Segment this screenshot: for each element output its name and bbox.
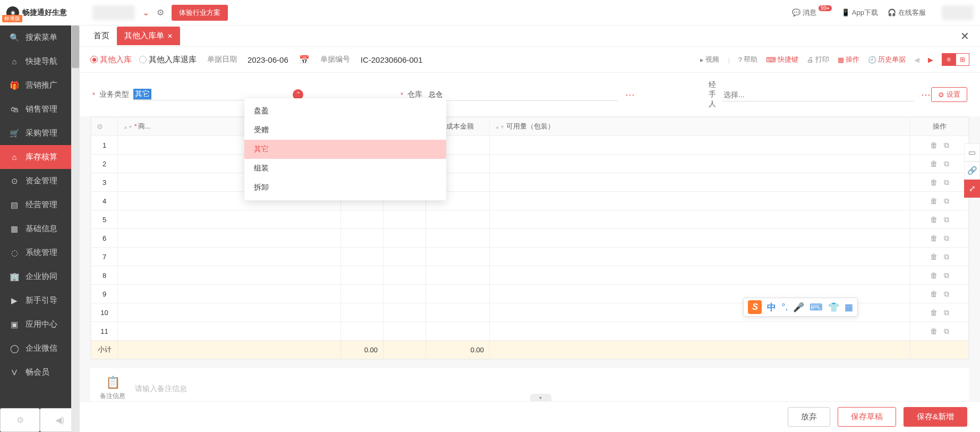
float-link-icon[interactable]: 🔗 (964, 162, 980, 180)
row-copy-icon[interactable]: ⧉ (944, 215, 949, 224)
sidebar-item-7[interactable]: ▤经营管理 (0, 193, 80, 217)
sidebar-item-10[interactable]: 🏢企业协同 (0, 265, 80, 289)
float-expand-icon[interactable]: ⤢ (964, 180, 980, 198)
sidebar-item-6[interactable]: ⊙资金管理 (0, 169, 80, 193)
row-delete-icon[interactable]: 🗑 (930, 290, 938, 298)
table-row[interactable]: 8🗑⧉ (91, 266, 969, 285)
ime-mic-icon[interactable]: 🎤 (793, 302, 804, 313)
table-row[interactable]: 4🗑⧉ (91, 192, 969, 210)
row-delete-icon[interactable]: 🗑 (930, 252, 938, 261)
app-download-link[interactable]: 📱 App下载 (841, 8, 878, 18)
sidebar-item-13[interactable]: ◯企业微信 (0, 336, 80, 360)
row-copy-icon[interactable]: ⧉ (944, 290, 949, 298)
ime-toolbar[interactable]: S 中 °, 🎤 ⌨ 👕 ▦ (743, 298, 858, 317)
print-link[interactable]: 🖨打印 (807, 55, 829, 64)
sidebar-scroll-thumb[interactable] (72, 26, 79, 68)
row-delete-icon[interactable]: 🗑 (930, 308, 938, 317)
table-row[interactable]: 6🗑⧉ (91, 229, 969, 248)
row-copy-icon[interactable]: ⧉ (944, 234, 949, 242)
sidebar-item-12[interactable]: ▣应用中心 (0, 312, 80, 336)
row-copy-icon[interactable]: ⧉ (944, 141, 949, 149)
sidebar-scrollbar[interactable] (71, 26, 80, 432)
row-copy-icon[interactable]: ⧉ (944, 197, 949, 205)
tab-other-inbound[interactable]: 其他入库单 ✕ (117, 27, 180, 45)
sidebar-settings-button[interactable]: ⚙ (0, 408, 40, 432)
row-delete-icon[interactable]: 🗑 (930, 178, 938, 187)
dropdown-option[interactable]: 盘盈 (244, 101, 446, 121)
row-copy-icon[interactable]: ⧉ (944, 271, 949, 279)
row-delete-icon[interactable]: 🗑 (930, 159, 938, 168)
sidebar-item-4[interactable]: 🛒采购管理 (0, 121, 80, 145)
row-copy-icon[interactable]: ⧉ (944, 252, 949, 261)
user-avatar-blurred[interactable] (942, 5, 974, 20)
video-link[interactable]: ▸视频 (700, 55, 719, 64)
row-copy-icon[interactable]: ⧉ (944, 327, 949, 335)
ime-lang-toggle[interactable]: 中 (767, 301, 776, 314)
promo-button[interactable]: 体验行业方案 (172, 5, 228, 21)
field-settings-button[interactable]: ⚙ 设置 (931, 87, 967, 102)
help-link[interactable]: ?帮助 (738, 55, 757, 64)
row-copy-icon[interactable]: ⧉ (944, 159, 949, 168)
messages-link[interactable]: 💬 消息 99+ (792, 8, 832, 18)
sidebar-item-9[interactable]: ◌系统管理 (0, 241, 80, 265)
table-row[interactable]: 5🗑⧉ (91, 210, 969, 229)
row-delete-icon[interactable]: 🗑 (930, 327, 938, 335)
dropdown-option[interactable]: 受赠 (244, 121, 446, 140)
sidebar-item-1[interactable]: ⌂快捷导航 (0, 49, 80, 73)
sidebar-item-0[interactable]: 🔍搜索菜单 (0, 26, 80, 49)
warehouse-more-icon[interactable]: ⋯ (625, 89, 635, 100)
next-doc-icon[interactable]: ▶ (928, 56, 933, 64)
table-row[interactable]: 3🗑⧉ (91, 173, 969, 192)
sidebar-item-11[interactable]: ▶新手引导 (0, 289, 80, 312)
row-delete-icon[interactable]: 🗑 (930, 197, 938, 205)
sidebar-item-5[interactable]: ⌂库存核算 (0, 145, 80, 169)
save-draft-button[interactable]: 保存草稿 (838, 407, 896, 427)
discard-button[interactable]: 放弃 (788, 407, 830, 427)
settings-gear-icon[interactable]: ⚙ (157, 7, 164, 18)
table-row[interactable]: 2🗑⧉ (91, 155, 969, 173)
biztype-input[interactable]: 其它 (133, 89, 151, 100)
sort-icon[interactable]: ▲▼ (123, 125, 133, 129)
sort-icon[interactable]: ▲▼ (495, 125, 505, 129)
sidebar-item-8[interactable]: ▦基础信息 (0, 217, 80, 241)
radio-other-inbound[interactable]: 其他入库 (90, 55, 132, 65)
sidebar-item-3[interactable]: 🛍销售管理 (0, 97, 80, 121)
history-link[interactable]: 🕘历史单据 (868, 55, 906, 64)
dropdown-option[interactable]: 其它 (244, 140, 446, 159)
handler-more-icon[interactable]: ⋯ (921, 89, 931, 100)
table-row[interactable]: 1🗑⧉ (91, 136, 969, 155)
ime-punct-icon[interactable]: °, (781, 302, 788, 312)
float-panel-icon[interactable]: ▭ (964, 143, 980, 162)
expand-down-handle[interactable]: ▾ (530, 394, 551, 401)
view-list-icon[interactable]: ≡ (942, 53, 956, 66)
view-card-icon[interactable]: ⊞ (956, 53, 969, 66)
org-caret-icon[interactable]: ⌄ (142, 7, 149, 18)
dropdown-option[interactable]: 组装 (244, 159, 446, 178)
table-row[interactable]: 7🗑⧉ (91, 248, 969, 266)
org-selector-blurred[interactable] (92, 5, 135, 20)
calendar-icon[interactable]: 📅 (299, 55, 310, 65)
row-delete-icon[interactable]: 🗑 (930, 271, 938, 279)
prev-doc-icon[interactable]: ◀ (914, 56, 919, 64)
radio-other-inbound-return[interactable]: 其他入库退库 (139, 55, 197, 65)
ops-link[interactable]: ▦操作 (838, 55, 859, 64)
doc-date-value[interactable]: 2023-06-06 (248, 55, 288, 64)
tab-close-icon[interactable]: ✕ (167, 32, 173, 40)
handler-input[interactable] (722, 88, 903, 101)
remark-input[interactable] (135, 384, 960, 393)
tab-home[interactable]: 首页 (86, 27, 117, 45)
save-and-new-button[interactable]: 保存&新增 (904, 407, 967, 427)
row-copy-icon[interactable]: ⧉ (944, 308, 949, 317)
row-copy-icon[interactable]: ⧉ (944, 178, 949, 187)
ime-keyboard-icon[interactable]: ⌨ (809, 302, 823, 313)
row-delete-icon[interactable]: 🗑 (930, 234, 938, 242)
close-all-tabs-icon[interactable]: ✕ (956, 30, 974, 43)
shortcut-link[interactable]: ⌨快捷键 (766, 55, 798, 64)
sidebar-item-14[interactable]: V畅会员 (0, 360, 80, 384)
table-config-icon[interactable]: ⚙ (97, 123, 103, 131)
ime-menu-icon[interactable]: ▦ (845, 302, 853, 313)
dropdown-option[interactable]: 拆卸 (244, 178, 446, 197)
ime-skin-icon[interactable]: 👕 (828, 302, 839, 313)
row-delete-icon[interactable]: 🗑 (930, 215, 938, 224)
row-delete-icon[interactable]: 🗑 (930, 141, 938, 149)
